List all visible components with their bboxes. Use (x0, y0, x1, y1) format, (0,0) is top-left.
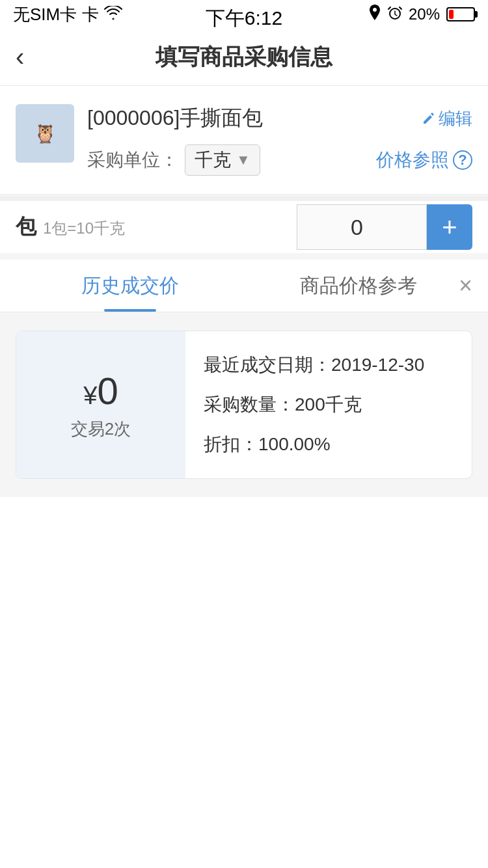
product-thumbnail: 🦉 (16, 104, 74, 163)
quantity-input-group: + (297, 204, 472, 250)
product-icon: 🦉 (34, 123, 57, 144)
unit-label: 采购单位： (87, 148, 178, 172)
price-card: ¥0 交易2次 最近成交日期：2019-12-30 采购数量：200千克 折扣：… (16, 331, 472, 479)
help-icon: ? (453, 150, 472, 170)
dropdown-arrow-icon: ▼ (236, 152, 251, 169)
product-name: [0000006]手撕面包 (87, 104, 263, 133)
quantity-input[interactable] (297, 204, 427, 250)
price-card-left: ¥0 交易2次 (16, 331, 185, 478)
status-left: 无SIM卡 卡 (13, 3, 122, 26)
nav-bar: ‹ 填写商品采购信息 (0, 29, 488, 86)
status-time: 下午6:12 (206, 5, 282, 32)
back-button[interactable]: ‹ (16, 42, 24, 72)
tab-active-indicator (104, 309, 156, 312)
battery-icon (446, 7, 475, 21)
unit-selector[interactable]: 千克 ▼ (185, 144, 260, 176)
carrier-text: 无SIM卡 (13, 3, 77, 26)
status-bar: 无SIM卡 卡 下午6:12 20% (0, 0, 488, 29)
product-name-row: [0000006]手撕面包 编辑 (87, 104, 472, 133)
wifi-icon (104, 5, 122, 25)
tabs-section: 历史成交价 商品价格参考 × (0, 260, 488, 312)
tab-history-label: 历史成交价 (81, 273, 179, 299)
page-title: 填写商品采购信息 (156, 42, 332, 72)
discount-row: 折扣：100.00% (204, 430, 454, 459)
sim-card-icon: 卡 (82, 3, 99, 26)
unit-row: 采购单位： 千克 ▼ 价格参照 ? (87, 144, 472, 176)
location-icon (368, 5, 381, 24)
price-card-right: 最近成交日期：2019-12-30 采购数量：200千克 折扣：100.00% (185, 331, 472, 478)
product-card: 🦉 [0000006]手撕面包 编辑 采购单位： 千克 ▼ 价格参照 ? (0, 86, 488, 195)
status-right: 20% (368, 5, 475, 24)
product-info: [0000006]手撕面包 编辑 采购单位： 千克 ▼ 价格参照 ? (87, 104, 472, 176)
price-reference-button[interactable]: 价格参照 ? (376, 148, 472, 172)
recent-date-row: 最近成交日期：2019-12-30 (204, 351, 454, 380)
trade-count: 交易2次 (71, 418, 131, 441)
quantity-left: 包 1包=10千克 (16, 213, 125, 241)
edit-button[interactable]: 编辑 (422, 107, 472, 130)
alarm-icon (388, 5, 402, 23)
battery-percent: 20% (409, 5, 440, 23)
tab-history-price[interactable]: 历史成交价 (16, 260, 244, 312)
price-value: 0 (97, 370, 118, 412)
unit-value: 千克 (195, 148, 231, 172)
quantity-conversion: 1包=10千克 (43, 218, 125, 239)
currency-symbol: ¥ (83, 382, 97, 409)
quantity-plus-button[interactable]: + (427, 204, 472, 250)
tabs-header: 历史成交价 商品价格参考 × (0, 260, 488, 312)
purchase-qty-row: 采购数量：200千克 (204, 390, 454, 420)
quantity-section: 包 1包=10千克 + (0, 196, 488, 253)
tab-product-price-ref[interactable]: 商品价格参考 (244, 260, 472, 312)
price-amount: ¥0 (83, 369, 118, 413)
tab-close-button[interactable]: × (459, 272, 472, 299)
empty-content-area (0, 497, 488, 868)
quantity-unit: 包 (16, 213, 36, 241)
tab-price-ref-label: 商品价格参考 (300, 273, 417, 299)
